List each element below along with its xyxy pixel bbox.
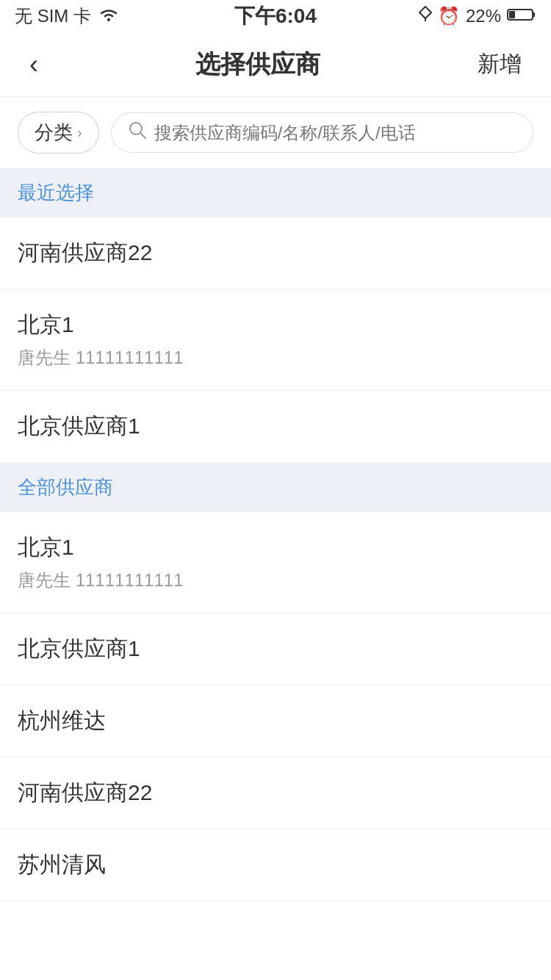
- item-name: 河南供应商22: [18, 238, 533, 268]
- item-name: 河南供应商22: [18, 778, 533, 808]
- recent-list-item[interactable]: 北京供应商1: [0, 391, 551, 463]
- add-button[interactable]: 新增: [470, 42, 529, 87]
- page-title: 选择供应商: [195, 48, 320, 82]
- alarm-icon: ⏰: [438, 6, 460, 26]
- all-list-item[interactable]: 北京1唐先生 11111111111: [0, 512, 551, 613]
- svg-rect-2: [509, 11, 515, 18]
- search-input[interactable]: [154, 123, 516, 143]
- item-name: 北京供应商1: [18, 634, 533, 664]
- item-name: 北京1: [18, 533, 533, 563]
- location-icon: [419, 6, 432, 26]
- recent-list-item[interactable]: 河南供应商22: [0, 217, 551, 289]
- item-name: 杭州维达: [18, 706, 533, 736]
- category-button[interactable]: 分类 ›: [18, 112, 99, 154]
- svg-rect-3: [533, 12, 535, 17]
- search-icon: [128, 120, 147, 145]
- search-box: [111, 112, 533, 153]
- wifi-icon: [98, 6, 119, 26]
- all-section-header: 全部供应商: [0, 463, 551, 512]
- battery-label: 22%: [466, 6, 501, 26]
- svg-point-0: [107, 18, 110, 21]
- status-time: 下午6:04: [234, 2, 317, 30]
- filter-bar: 分类 ›: [0, 97, 551, 168]
- svg-line-5: [140, 133, 145, 138]
- item-name: 北京1: [18, 310, 533, 340]
- item-name: 北京供应商1: [18, 411, 533, 442]
- all-list-item[interactable]: 杭州维达: [0, 685, 551, 757]
- recent-items-list: 河南供应商22北京1唐先生 11111111111北京供应商1: [0, 217, 551, 463]
- all-items-list: 北京1唐先生 11111111111北京供应商1杭州维达河南供应商22苏州清风: [0, 512, 551, 901]
- carrier-label: 无 SIM 卡: [15, 4, 91, 28]
- chevron-right-icon: ›: [77, 124, 82, 141]
- all-list-item[interactable]: 河南供应商22: [0, 757, 551, 829]
- category-label: 分类: [35, 120, 73, 145]
- status-right: ⏰ 22%: [419, 6, 536, 26]
- status-bar: 无 SIM 卡 下午6:04 ⏰ 22%: [0, 0, 551, 32]
- recent-list-item[interactable]: 北京1唐先生 11111111111: [0, 289, 551, 391]
- item-name: 苏州清风: [18, 850, 533, 880]
- item-sub: 唐先生 11111111111: [18, 569, 533, 592]
- recent-section-header: 最近选择: [0, 168, 551, 217]
- battery-icon: [507, 6, 536, 26]
- back-button[interactable]: ‹: [22, 42, 46, 87]
- all-list-item[interactable]: 北京供应商1: [0, 613, 551, 685]
- status-left: 无 SIM 卡: [15, 4, 119, 28]
- nav-bar: ‹ 选择供应商 新增: [0, 32, 551, 97]
- item-sub: 唐先生 11111111111: [18, 346, 533, 370]
- all-list-item[interactable]: 苏州清风: [0, 829, 551, 901]
